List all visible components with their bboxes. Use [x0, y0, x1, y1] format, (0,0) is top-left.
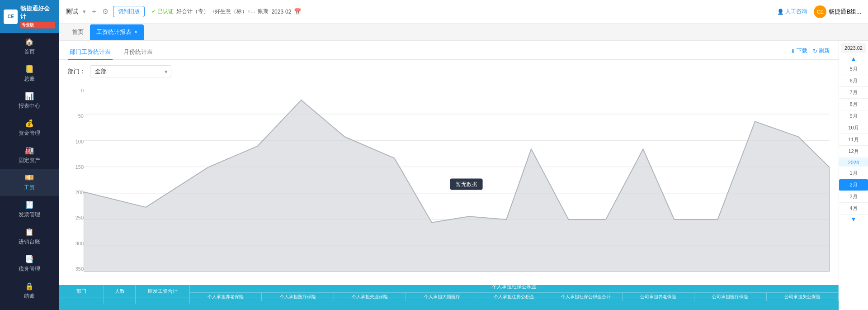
- tab-salary-report[interactable]: 工资统计报表 ×: [90, 24, 144, 40]
- sidebar-item-archive[interactable]: 📁 归档管理: [0, 305, 59, 310]
- calendar-icon[interactable]: 📅: [294, 8, 301, 15]
- chart-area: 350 300 250 200 150 100 50 0: [59, 83, 839, 285]
- month-item-4-2024[interactable]: 4月: [839, 203, 868, 215]
- right-panel: 2023.02 ▲ 5月 6月 7月 8月 9月 10月 11月 12月 202…: [839, 41, 868, 310]
- download-button[interactable]: ⬇ 下载: [791, 47, 807, 55]
- inner-content: 部门工资统计表 月份统计表 ⬇ 下载 ↻ 刷新: [59, 41, 839, 310]
- chart-tooltip: 暂无数据: [450, 179, 483, 190]
- sales-icon: 📋: [25, 228, 34, 236]
- dept-select[interactable]: 全部 财务部 行政部 销售部 技术部: [90, 65, 171, 77]
- reports-icon: 📊: [25, 92, 34, 100]
- dept-select-wrapper: 全部 财务部 行政部 销售部 技术部 ▾: [90, 65, 171, 77]
- y-label-6: 50: [68, 113, 84, 119]
- app-name: 畅捷通好会计: [20, 5, 55, 21]
- sidebar-label-home: 首页: [24, 48, 35, 56]
- dropdown-arrow-icon[interactable]: ▾: [83, 8, 86, 15]
- month-item-1-2024[interactable]: 1月: [839, 167, 868, 179]
- month-item-10[interactable]: 10月: [839, 122, 868, 134]
- chart-inner: 暂无数据: [84, 88, 830, 281]
- th-col-pension-personal: 个人承担养老保险: [190, 293, 262, 301]
- year-2024-label: 2024: [839, 158, 868, 167]
- th-col-major-medical-personal: 个人承担大额医疗: [406, 293, 478, 301]
- tabs-bar: 首页 工资统计报表 ×: [59, 24, 868, 41]
- sidebar-nav: 🏠 首页 📒 总账 📊 报表中心 💰 资金管理 🏭 固定资产 💴 工资 🧾 发票…: [0, 33, 59, 310]
- app-edition: 专业版: [20, 22, 55, 29]
- sidebar-label-salary: 工资: [24, 184, 35, 191]
- sidebar: CE 畅捷通好会计 专业版 🏠 首页 📒 总账 📊 报表中心 💰 资金管理 🏭 …: [0, 0, 59, 310]
- toolbar: 部门： 全部 财务部 行政部 销售部 技术部 ▾: [59, 60, 839, 83]
- y-label-7: 0: [68, 88, 84, 93]
- month-item-3-2024[interactable]: 3月: [839, 191, 868, 203]
- year-nav-up-icon[interactable]: ▲: [849, 54, 858, 63]
- table-header-row1: 部门 人数 应发工资合计 个人承担社保公积金 个人承担养老保险 个人承担医疗保险…: [59, 285, 839, 297]
- tax-icon: 📑: [25, 255, 34, 263]
- main-content: 测试 ▾ ＋ ⚙ 切到旧版 ✓ 已认证 好会计（专） +好生意（标）+... 账…: [59, 0, 868, 310]
- refresh-icon: ↻: [813, 48, 817, 54]
- chart-wrapper: 350 300 250 200 150 100 50 0: [68, 88, 830, 281]
- sidebar-item-funds[interactable]: 💰 资金管理: [0, 114, 59, 142]
- tab-home[interactable]: 首页: [66, 24, 90, 40]
- topbar-badges: ✓ 已认证 好会计（专） +好生意（标）+... 账期 2023-02 📅: [151, 8, 301, 15]
- sidebar-label-sales: 进销台账: [19, 238, 40, 246]
- th-col-unemployment-personal: 个人承担失业保险: [334, 293, 406, 301]
- sidebar-item-close[interactable]: 🔒 结账: [0, 277, 59, 305]
- th-col-medical-company: 公司承担医疗保险: [694, 293, 766, 301]
- y-label-1: 300: [68, 241, 84, 246]
- topbar-settings-icon[interactable]: ⚙: [102, 7, 108, 16]
- ledger-icon: 📒: [25, 65, 34, 73]
- y-label-5: 100: [68, 139, 84, 144]
- table-header: 部门 人数 应发工资合计 个人承担社保公积金 个人承担养老保险 个人承担医疗保险…: [59, 285, 839, 310]
- y-label-2: 250: [68, 215, 84, 220]
- product-badge: 好会计（专）: [176, 8, 209, 15]
- sub-tabs-actions: ⬇ 下载 ↻ 刷新: [791, 47, 830, 57]
- tab-close-icon[interactable]: ×: [134, 29, 137, 35]
- refresh-button[interactable]: ↻ 刷新: [813, 47, 830, 55]
- certified-badge: ✓ 已认证: [151, 8, 174, 15]
- sidebar-item-invoice[interactable]: 🧾 发票管理: [0, 196, 59, 223]
- month-item-8[interactable]: 8月: [839, 99, 868, 110]
- topbar-title: 测试: [66, 8, 78, 16]
- th-social-cols: 个人承担养老保险 个人承担医疗保险 个人承担失业保险 个人承担大额医疗 个人承担…: [190, 293, 838, 301]
- assets-icon: 🏭: [25, 146, 34, 155]
- month-item-12[interactable]: 12月: [839, 146, 868, 157]
- sidebar-label-reports: 报表中心: [19, 102, 40, 110]
- sidebar-label-invoice: 发票管理: [19, 211, 40, 219]
- addon-badge: +好生意（标）+...: [212, 8, 255, 15]
- y-label-0: 350: [68, 266, 84, 272]
- sidebar-label-ledger: 总账: [24, 75, 35, 83]
- help-button[interactable]: 👤 人工咨询: [777, 8, 807, 15]
- year-nav-down-icon[interactable]: ▼: [849, 215, 858, 224]
- avatar: CE: [814, 5, 826, 18]
- sidebar-item-assets[interactable]: 🏭 固定资产: [0, 142, 59, 169]
- sidebar-label-close: 结账: [24, 292, 35, 300]
- add-icon[interactable]: ＋: [90, 7, 98, 16]
- sub-tab-dept[interactable]: 部门工资统计表: [68, 45, 113, 60]
- sidebar-item-home[interactable]: 🏠 首页: [0, 33, 59, 60]
- month-item-5[interactable]: 5月: [839, 63, 868, 75]
- sidebar-item-sales[interactable]: 📋 进销台账: [0, 223, 59, 250]
- topbar-right: 👤 人工咨询 CE 畅捷通B组...: [777, 5, 861, 18]
- month-item-9[interactable]: 9月: [839, 110, 868, 122]
- invoice-icon: 🧾: [25, 200, 34, 209]
- switch-old-version-button[interactable]: 切到旧版: [113, 6, 145, 17]
- topbar: 测试 ▾ ＋ ⚙ 切到旧版 ✓ 已认证 好会计（专） +好生意（标）+... 账…: [59, 0, 868, 24]
- logo-icon: CE: [4, 10, 18, 24]
- user-menu[interactable]: CE 畅捷通B组...: [814, 5, 861, 18]
- month-item-2-2024[interactable]: 2月: [839, 179, 868, 191]
- sub-tab-monthly[interactable]: 月份统计表: [122, 45, 155, 60]
- month-item-6[interactable]: 6月: [839, 75, 868, 87]
- sidebar-item-salary[interactable]: 💴 工资: [0, 169, 59, 196]
- th-col-pension-company: 公司承担养老保险: [623, 293, 694, 301]
- sidebar-item-ledger[interactable]: 📒 总账: [0, 60, 59, 87]
- sidebar-label-funds: 资金管理: [19, 129, 40, 137]
- th-col-social-total-personal: 个人承担社保公积金合计: [550, 293, 622, 301]
- app-logo: CE 畅捷通好会计 专业版: [0, 0, 59, 33]
- sidebar-item-reports[interactable]: 📊 报表中心: [0, 87, 59, 114]
- year-label: 2023.02: [841, 43, 866, 53]
- month-item-11[interactable]: 11月: [839, 134, 868, 146]
- month-item-7[interactable]: 7月: [839, 87, 868, 99]
- close-period-icon: 🔒: [25, 282, 34, 291]
- dept-label: 部门：: [68, 67, 85, 76]
- sidebar-item-tax[interactable]: 📑 税务管理: [0, 250, 59, 277]
- page-content: 部门工资统计表 月份统计表 ⬇ 下载 ↻ 刷新: [59, 41, 868, 310]
